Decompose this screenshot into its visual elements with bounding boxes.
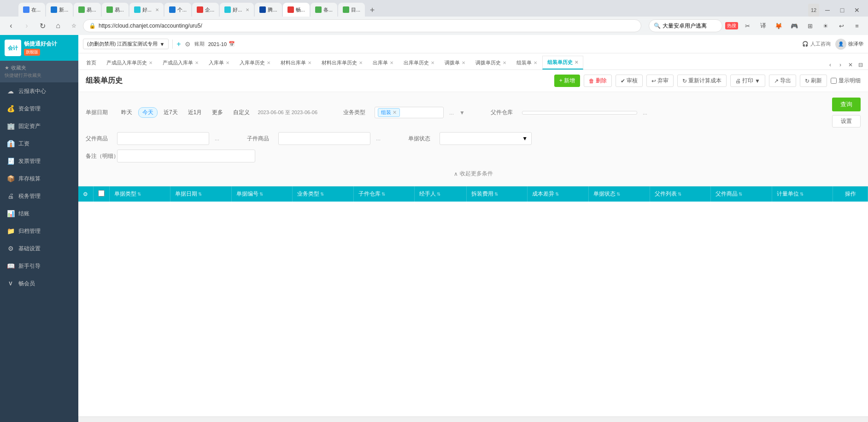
nav-tab-settings[interactable]: ⊟: [856, 60, 865, 69]
nav-tab-close-2[interactable]: ✕: [195, 60, 199, 65]
parent-goods-input[interactable]: [117, 132, 209, 145]
nav-tab-close-5[interactable]: ✕: [308, 60, 311, 65]
nav-tab-close-8[interactable]: ✕: [431, 60, 434, 65]
biz-type-input[interactable]: 组装 ✕: [375, 107, 444, 118]
th-parent-goods[interactable]: 父件商品 ⇅: [711, 186, 772, 202]
reload-button[interactable]: ↻: [36, 19, 49, 32]
nav-tab-in-order[interactable]: 入库单 ✕: [204, 56, 235, 69]
tab-count-badge[interactable]: 12: [808, 4, 819, 17]
search-box[interactable]: 🔍 大量安卓用户逃离: [649, 19, 722, 32]
browser-tab-1[interactable]: 新...: [46, 3, 73, 17]
favorites-header[interactable]: ★ 收藏夹: [5, 64, 74, 71]
nav-tab-close-12[interactable]: ✕: [575, 60, 578, 65]
nav-tab-out-history[interactable]: 出库单历史 ✕: [399, 56, 440, 69]
tab-close-4[interactable]: ✕: [155, 7, 159, 12]
sidebar-item-invoice[interactable]: 🧾 发票管理: [0, 152, 78, 170]
tab-close-7[interactable]: ✕: [246, 7, 249, 12]
nav-tab-assemble-history[interactable]: 组装单历史 ✕: [542, 56, 583, 69]
nav-scroll-right[interactable]: ›: [836, 60, 845, 69]
sidebar-item-settings[interactable]: ⚙ 基础设置: [0, 240, 78, 257]
add-company-btn[interactable]: +: [176, 40, 181, 48]
browser-tab-3[interactable]: 易...: [102, 3, 129, 17]
date-btn-more[interactable]: 更多: [208, 107, 227, 118]
date-btn-custom[interactable]: 自定义: [229, 107, 254, 118]
show-detail-checkbox[interactable]: 显示明细: [831, 77, 861, 85]
nav-tab-material-out[interactable]: 材料出库单 ✕: [276, 56, 317, 69]
refresh-button[interactable]: ↻ 刷新: [800, 75, 827, 87]
browser-tab-0[interactable]: 在...: [18, 3, 45, 17]
browser-tab-4[interactable]: 好... ✕: [129, 3, 164, 17]
th-bill-no[interactable]: 单据编号 ⇅: [231, 186, 293, 202]
grid-btn[interactable]: ⊞: [803, 19, 816, 32]
biz-type-dropdown-icon[interactable]: ▼: [459, 110, 465, 116]
biz-type-tag-close[interactable]: ✕: [393, 110, 397, 116]
emoji-btn[interactable]: 🦊: [772, 19, 785, 32]
nav-tab-material-out-history[interactable]: 材料出库单历史 ✕: [317, 56, 368, 69]
th-child-warehouse[interactable]: 子件仓库 ⇅: [353, 186, 415, 202]
nav-tab-more[interactable]: ✕: [846, 60, 855, 69]
nav-tab-transfer[interactable]: 调拨单 ✕: [440, 56, 470, 69]
note-input[interactable]: [117, 150, 255, 162]
calendar-icon[interactable]: 📅: [229, 41, 235, 47]
th-handler[interactable]: 经手人 ⇅: [415, 186, 466, 202]
set-button[interactable]: 设置: [832, 115, 861, 127]
nav-tab-in-history[interactable]: 入库单历史 ✕: [235, 56, 276, 69]
th-biz-type[interactable]: 业务类型 ⇅: [293, 186, 354, 202]
brightness-btn[interactable]: ☀: [819, 19, 832, 32]
nav-tab-close-9[interactable]: ✕: [462, 60, 465, 65]
bookmark-button[interactable]: ☆: [67, 19, 80, 32]
game-btn[interactable]: 🎮: [788, 19, 801, 32]
add-button[interactable]: + 新增: [554, 75, 580, 87]
bill-status-select[interactable]: ▼: [440, 132, 532, 145]
home-button[interactable]: ⌂: [52, 19, 65, 32]
close-window-button[interactable]: ✕: [850, 4, 863, 17]
warehouse-input[interactable]: [522, 111, 637, 115]
browser-tab-5[interactable]: 个...: [164, 3, 191, 17]
th-bill-date[interactable]: 单据日期 ⇅: [170, 186, 232, 202]
recalculate-button[interactable]: ↻ 重新计算成本: [677, 75, 727, 87]
show-detail-input[interactable]: [831, 78, 837, 84]
service-button[interactable]: 🎧 人工咨询: [802, 40, 831, 47]
approve-button[interactable]: ✔ 审核: [616, 75, 643, 87]
abandon-button[interactable]: ↩ 弃审: [646, 75, 674, 87]
query-button[interactable]: 查询: [832, 98, 861, 111]
nav-tab-transfer-history[interactable]: 调拨单历史 ✕: [470, 56, 511, 69]
sidebar-item-cloud-report[interactable]: ☁ 云报表中心: [0, 82, 78, 100]
nav-tab-produce-in[interactable]: 产成品入库单 ✕: [158, 56, 204, 69]
browser-tab-2[interactable]: 易...: [74, 3, 100, 17]
collapse-button[interactable]: ∧ 收起更多条件: [451, 167, 496, 180]
sidebar-item-membership[interactable]: V 畅会员: [0, 275, 78, 292]
parent-goods-more-btn[interactable]: ...: [213, 135, 221, 142]
export-button[interactable]: ↗ 导出: [769, 75, 796, 87]
history-btn[interactable]: ↩: [835, 19, 848, 32]
nav-tab-close-4[interactable]: ✕: [267, 60, 270, 65]
sidebar-item-fixed-assets[interactable]: 🏢 固定资产: [0, 117, 78, 135]
browser-tab-10[interactable]: 各...: [311, 3, 337, 17]
select-all-checkbox[interactable]: [98, 190, 105, 197]
sidebar-item-salary[interactable]: 👔 工资: [0, 135, 78, 152]
biz-type-more-btn[interactable]: ...: [447, 110, 456, 116]
forward-button[interactable]: ›: [20, 19, 33, 32]
minimize-button[interactable]: ─: [821, 4, 834, 17]
nav-scroll-left[interactable]: ‹: [826, 60, 835, 69]
nav-tab-produce-in-history[interactable]: 产成品入库单历史 ✕: [101, 56, 158, 69]
nav-tab-out-order[interactable]: 出库单 ✕: [368, 56, 399, 69]
nav-tab-close-10[interactable]: ✕: [503, 60, 506, 65]
maximize-button[interactable]: □: [836, 4, 849, 17]
scissors-btn[interactable]: ✂: [741, 19, 754, 32]
browser-tab-7[interactable]: 好... ✕: [220, 3, 254, 17]
delete-button[interactable]: 🗑 删除: [584, 75, 612, 87]
translate-btn[interactable]: 译: [757, 19, 769, 32]
warehouse-more-btn[interactable]: ...: [641, 110, 649, 116]
sidebar-favorites[interactable]: ★ 收藏夹 快捷键打开收藏夹: [0, 61, 78, 82]
browser-tab-8[interactable]: 腾...: [255, 3, 282, 17]
th-settings[interactable]: ⚙: [78, 186, 93, 202]
print-button[interactable]: 🖨 打印 ▼: [730, 75, 765, 87]
company-selector[interactable]: (勿删勿禁用) 江西服宝测试专用 ▼: [83, 39, 169, 49]
nav-tab-close-1[interactable]: ✕: [149, 60, 152, 65]
address-bar[interactable]: 🔒 https://cloud.chanjet.com/accounting/u…: [83, 19, 641, 32]
th-bill-status[interactable]: 单据状态 ⇅: [588, 186, 650, 202]
nav-tab-close-11[interactable]: ✕: [534, 60, 537, 65]
th-checkbox[interactable]: [93, 186, 109, 202]
date-btn-1month[interactable]: 近1月: [184, 107, 206, 118]
